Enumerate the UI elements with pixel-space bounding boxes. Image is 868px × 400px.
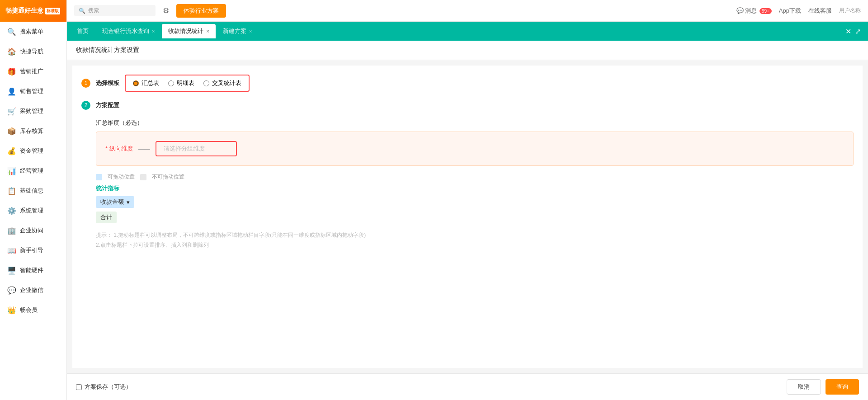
step2-label: 方案配置 bbox=[96, 101, 119, 109]
inventory-icon: 📦 bbox=[7, 127, 16, 136]
radio-summary-input[interactable] bbox=[133, 80, 139, 86]
industry-btn[interactable]: 体验行业方案 bbox=[176, 4, 226, 18]
topbar: 🔍 搜索 ⚙ 体验行业方案 💬 消息 99+ App下载 在线客服 用户名称 bbox=[67, 0, 868, 22]
search-placeholder: 搜索 bbox=[88, 7, 99, 14]
maximize-icon[interactable]: ⤢ bbox=[855, 27, 861, 36]
sidebar-item-label-finance: 资金管理 bbox=[20, 147, 43, 155]
tip-area: 提示： 1.拖动标题栏可以调整布局，不可跨维度或指标区域拖动栏目字段(只能在同一… bbox=[96, 231, 854, 250]
sidebar-item-member[interactable]: 👑 畅会员 bbox=[0, 300, 66, 320]
sidebar-item-wechat[interactable]: 💬 企业微信 bbox=[0, 280, 66, 300]
sidebar-item-guide[interactable]: 📖 新手引导 bbox=[0, 240, 66, 260]
gear-icon[interactable]: ⚙ bbox=[163, 6, 169, 15]
main-area: 🔍 搜索 ⚙ 体验行业方案 💬 消息 99+ App下载 在线客服 用户名称 首… bbox=[67, 0, 868, 400]
tab-close-cash-bank[interactable]: × bbox=[152, 28, 155, 34]
notification-label: 消息 bbox=[745, 7, 757, 14]
tab-new-scheme[interactable]: 新建方案× bbox=[217, 24, 258, 38]
sidebar-item-basic-info[interactable]: 📋 基础信息 bbox=[0, 181, 66, 201]
sidebar-item-inventory[interactable]: 📦 库存核算 bbox=[0, 121, 66, 141]
sidebar: 畅捷通好生意 标准版 🔍 搜索菜单🏠 快捷导航🎁 营销推广👤 销售管理🛒 采购管… bbox=[0, 0, 67, 400]
tab-cash-bank[interactable]: 现金银行流水查询× bbox=[96, 24, 161, 38]
search-icon: 🔍 bbox=[79, 8, 85, 14]
indicator-tag-label: 收款金额 bbox=[100, 198, 124, 206]
download-label[interactable]: App下载 bbox=[779, 7, 801, 15]
sidebar-item-marketing[interactable]: 🎁 营销推广 bbox=[0, 61, 66, 81]
tabbar-actions: ✕ ⤢ bbox=[845, 27, 864, 36]
radio-summary[interactable]: 汇总表 bbox=[133, 79, 159, 87]
topbar-search[interactable]: 🔍 搜索 bbox=[74, 5, 156, 16]
sidebar-item-operations[interactable]: 📊 经营管理 bbox=[0, 161, 66, 181]
tabbar: 首页现金银行流水查询×收款情况统计×新建方案× ✕ ⤢ bbox=[67, 22, 868, 41]
indicator-dropdown-icon[interactable]: ▾ bbox=[127, 199, 130, 206]
footer-buttons: 取消 查询 bbox=[787, 379, 859, 395]
indicator-legend: 可拖动位置 不可拖动位置 bbox=[96, 173, 854, 181]
sidebar-item-label-purchase: 采购管理 bbox=[20, 107, 43, 115]
sidebar-item-label-operations: 经营管理 bbox=[20, 167, 43, 175]
radio-cross-input[interactable] bbox=[203, 80, 209, 86]
sidebar-item-search-menu[interactable]: 🔍 搜索菜单 bbox=[0, 22, 66, 42]
radio-cross-label: 交叉统计表 bbox=[212, 79, 241, 87]
step1-label: 选择模板 bbox=[96, 79, 119, 87]
sidebar-item-label-sales: 销售管理 bbox=[20, 87, 43, 95]
member-icon: 👑 bbox=[7, 306, 16, 315]
dimension-required-label: * 纵向维度 bbox=[105, 145, 133, 153]
enterprise-icon: 🏢 bbox=[7, 226, 16, 235]
dimension-area: * 纵向维度 —— 请选择分组维度 bbox=[96, 132, 854, 166]
logo-text: 畅捷通好生意 bbox=[5, 7, 43, 15]
tab-close-collection-stat[interactable]: × bbox=[206, 28, 209, 34]
tab-label-cash-bank: 现金银行流水查询 bbox=[102, 27, 149, 35]
notification-badge: 99+ bbox=[760, 8, 772, 14]
radio-detail-label: 明细表 bbox=[177, 79, 194, 87]
topbar-right: 💬 消息 99+ App下载 在线客服 用户名称 bbox=[736, 7, 861, 15]
indicator-sub: 合计 bbox=[96, 212, 117, 223]
step2-row: 2 方案配置 bbox=[81, 101, 854, 110]
tab-home[interactable]: 首页 bbox=[71, 24, 95, 38]
indicator-section: 统计指标 收款金额 ▾ 合计 bbox=[96, 184, 854, 223]
service-label[interactable]: 在线客服 bbox=[808, 7, 832, 15]
operations-icon: 📊 bbox=[7, 167, 16, 175]
step1-row: 1 选择模板 汇总表 明细表 交叉统计表 bbox=[81, 75, 854, 92]
dimension-config-label: 汇总维度（必选） bbox=[96, 119, 854, 127]
save-checkbox[interactable]: 方案保存（可选） bbox=[76, 383, 132, 391]
indicator-tag[interactable]: 收款金额 ▾ bbox=[96, 196, 134, 208]
page-title-text: 收款情况统计方案设置 bbox=[76, 46, 139, 53]
tip-1: 提示： 1.拖动标题栏可以调整布局，不可跨维度或指标区域拖动栏目字段(只能在同一… bbox=[96, 231, 854, 240]
user-name[interactable]: 用户名称 bbox=[839, 7, 861, 14]
sidebar-item-enterprise[interactable]: 🏢 企业协同 bbox=[0, 221, 66, 240]
tab-close-new-scheme[interactable]: × bbox=[249, 28, 252, 34]
sidebar-item-system[interactable]: ⚙️ 系统管理 bbox=[0, 201, 66, 221]
query-button[interactable]: 查询 bbox=[826, 379, 859, 395]
close-icon[interactable]: ✕ bbox=[845, 27, 851, 36]
sidebar-item-sales[interactable]: 👤 销售管理 bbox=[0, 81, 66, 101]
tip-2: 2.点击标题栏下拉可设置排序、插入列和删除列 bbox=[96, 240, 854, 250]
purchase-icon: 🛒 bbox=[7, 107, 16, 116]
save-checkbox-input[interactable] bbox=[76, 384, 82, 390]
tab-label-collection-stat: 收款情况统计 bbox=[168, 27, 203, 35]
radio-detail[interactable]: 明细表 bbox=[168, 79, 194, 87]
dimension-row: * 纵向维度 —— 请选择分组维度 bbox=[105, 141, 844, 156]
indicator-section-label: 统计指标 bbox=[96, 184, 854, 193]
sidebar-item-hardware[interactable]: 🖥️ 智能硬件 bbox=[0, 260, 66, 280]
finance-icon: 💰 bbox=[7, 147, 16, 155]
system-icon: ⚙️ bbox=[7, 207, 16, 215]
radio-detail-input[interactable] bbox=[168, 80, 174, 86]
sidebar-item-quick-nav[interactable]: 🏠 快捷导航 bbox=[0, 42, 66, 61]
template-options: 汇总表 明细表 交叉统计表 bbox=[125, 75, 250, 92]
sidebar-item-purchase[interactable]: 🛒 采购管理 bbox=[0, 101, 66, 121]
config-section: 汇总维度（必选） * 纵向维度 —— 请选择分组维度 可拖动位置 不可拖动位置 bbox=[96, 119, 854, 250]
dimension-arrow: —— bbox=[138, 146, 150, 152]
step1-badge: 1 bbox=[81, 79, 90, 88]
sidebar-item-finance[interactable]: 💰 资金管理 bbox=[0, 141, 66, 161]
cancel-button[interactable]: 取消 bbox=[787, 379, 821, 395]
form-area: 1 选择模板 汇总表 明细表 交叉统计表 bbox=[72, 66, 863, 368]
notification-area[interactable]: 💬 消息 99+ bbox=[736, 7, 772, 15]
sidebar-item-label-hardware: 智能硬件 bbox=[20, 266, 43, 274]
legend-dot-draggable bbox=[96, 174, 102, 180]
content-area: 收款情况统计方案设置 1 选择模板 汇总表 明细表 bbox=[67, 41, 868, 400]
tab-collection-stat[interactable]: 收款情况统计× bbox=[162, 24, 215, 38]
guide-icon: 📖 bbox=[7, 246, 16, 255]
sidebar-item-label-inventory: 库存核算 bbox=[20, 127, 43, 135]
sidebar-item-label-guide: 新手引导 bbox=[20, 246, 43, 254]
dimension-select[interactable]: 请选择分组维度 bbox=[156, 141, 237, 156]
step2-badge: 2 bbox=[81, 101, 90, 110]
radio-cross[interactable]: 交叉统计表 bbox=[203, 79, 241, 87]
